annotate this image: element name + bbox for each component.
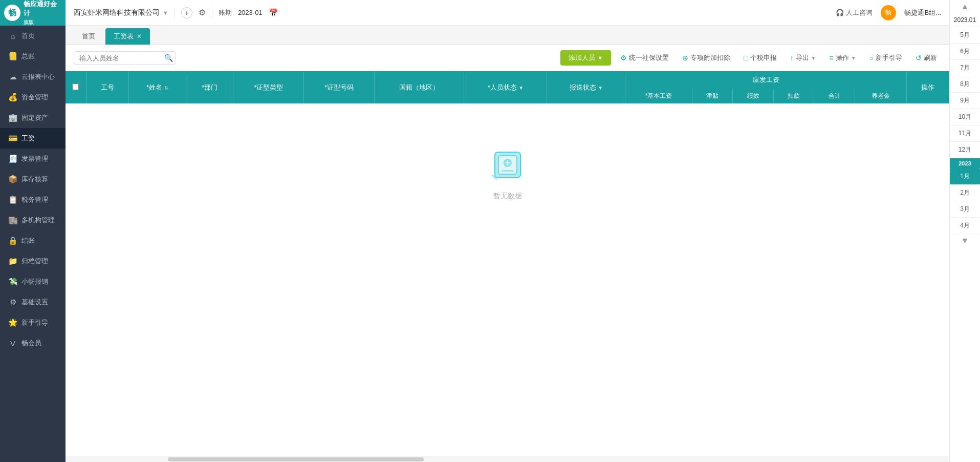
year-panel-up[interactable]: ▲ (950, 0, 980, 13)
sidebar-item-invoice[interactable]: 🧾 发票管理 (0, 149, 66, 169)
th-country-label: 国籍（地区） (399, 83, 439, 91)
sidebar-item-label: 税务管理 (21, 195, 48, 204)
company-settings-icon[interactable]: ⚙ (199, 8, 206, 17)
th-dept-label: *部门 (202, 83, 217, 91)
th-cert-no-label: *证型号码 (324, 83, 354, 91)
tax-report-action[interactable]: □ 个税申报 (739, 51, 780, 65)
empty-icon (487, 144, 528, 185)
divider-2 (212, 8, 212, 18)
period-label: 账期 (219, 8, 232, 17)
sidebar-item-label: 结账 (21, 236, 35, 245)
special-deduction-action[interactable]: ⊕ 专项附加扣除 (678, 51, 734, 65)
sidebar-item-ledger[interactable]: 📒 总账 (0, 46, 66, 67)
sidebar-item-cloud-report[interactable]: ☁ 云报表中心 (0, 67, 66, 87)
month-item-10[interactable]: 10月 (950, 109, 980, 125)
svg-rect-5 (502, 170, 514, 172)
tab-close-icon[interactable]: ✕ (137, 33, 142, 40)
divider-1 (175, 8, 175, 18)
month-item-4[interactable]: 4月 (950, 218, 980, 234)
month-item-8[interactable]: 8月 (950, 76, 980, 93)
th-pension-label: 养老金 (872, 92, 890, 99)
th-status: *人员状态 ▼ (464, 71, 547, 103)
empty-state: 暂无数据 (66, 103, 949, 242)
period-value: 2023-01 (238, 9, 263, 16)
th-name: *姓名 ⇅ (128, 71, 186, 103)
month-item-7[interactable]: 7月 (950, 60, 980, 76)
sidebar-item-home[interactable]: ⌂ 首页 (0, 26, 66, 46)
sidebar-item-label: 新手引导 (21, 318, 48, 327)
sidebar: 畅 畅应通好会计 旗版 ⌂ 首页 📒 总账 ☁ 云报表中心 💰 资金管理 🏢 固… (0, 0, 66, 462)
export-action[interactable]: ↑ 导出 ▼ (786, 51, 820, 65)
special-deduction-label: 专项附加扣除 (690, 53, 730, 62)
month-item-11[interactable]: 11月 (950, 125, 980, 142)
sidebar-item-label: 云报表中心 (21, 72, 55, 81)
report-status-filter-icon[interactable]: ▼ (598, 85, 603, 91)
sidebar-item-expense[interactable]: 💸 小畅报销 (0, 271, 66, 292)
sidebar-item-fixed-assets[interactable]: 🏢 固定资产 (0, 108, 66, 128)
guide-action[interactable]: ○ 新手引导 (865, 51, 906, 65)
topbar-right: 🎧 人工咨询 畅 畅捷通B组... (836, 5, 941, 20)
operations-action[interactable]: ≡ 操作 ▼ (825, 51, 860, 65)
month-item-9[interactable]: 9月 (950, 93, 980, 109)
invoice-icon: 🧾 (8, 154, 17, 163)
month-item-2[interactable]: 2月 (950, 185, 980, 201)
sidebar-item-inventory[interactable]: 📦 库存核算 (0, 169, 66, 190)
search-wrap: 🔍 (74, 51, 176, 65)
select-all-checkbox[interactable] (72, 83, 79, 90)
sidebar-item-fund[interactable]: 💰 资金管理 (0, 87, 66, 108)
app-edition: 旗版 (24, 19, 61, 26)
sidebar-item-label: 资金管理 (21, 93, 48, 102)
month-item-3[interactable]: 3月 (950, 201, 980, 218)
year-panel-down[interactable]: ▼ (950, 234, 980, 247)
sidebar-item-multi-org[interactable]: 🏬 多机构管理 (0, 210, 66, 230)
search-input[interactable] (79, 54, 161, 62)
th-emp-no: 工号 (86, 71, 128, 103)
logo-text: 畅应通好会计 旗版 (24, 0, 61, 26)
th-deduction: 扣款 (773, 89, 814, 103)
add-person-label: 添加人员 (569, 53, 595, 62)
help-button[interactable]: 🎧 人工咨询 (836, 8, 873, 17)
sidebar-item-salary[interactable]: 💳 工资 (0, 128, 66, 149)
toolbar-actions: 添加人员 ▼ ⚙ 统一社保设置 ⊕ 专项附加扣除 □ 个税申报 ↑ 导出 (560, 50, 941, 66)
sidebar-item-member[interactable]: V 畅会员 (0, 333, 66, 353)
name-sort-icon[interactable]: ⇅ (164, 85, 168, 91)
sidebar-item-label: 基础设置 (21, 298, 48, 307)
tab-salary[interactable]: 工资表 ✕ (105, 28, 150, 45)
sidebar-item-label: 库存核算 (21, 175, 48, 184)
tab-home-label: 首页 (82, 32, 95, 40)
topbar: 西安虾米网络科技有限公司 ▼ + ⚙ 账期 2023-01 📅 🎧 人工咨询 畅… (66, 0, 949, 26)
month-item-5[interactable]: 5月 (950, 27, 980, 44)
scrollbar-thumb (168, 457, 424, 461)
sidebar-item-closing[interactable]: 🔒 结账 (0, 230, 66, 251)
fixed-assets-icon: 🏢 (8, 113, 17, 122)
sidebar-item-basic-settings[interactable]: ⚙ 基础设置 (0, 292, 66, 312)
th-report-status: 报送状态 ▼ (547, 71, 625, 103)
operations-icon: ≡ (829, 54, 833, 62)
month-item-12[interactable]: 12月 (950, 142, 980, 158)
add-person-dropdown-icon: ▼ (597, 55, 603, 61)
month-item-6[interactable]: 6月 (950, 44, 980, 60)
company-dropdown-icon: ▼ (163, 10, 168, 16)
sidebar-item-tax[interactable]: 📋 税务管理 (0, 190, 66, 210)
add-person-button[interactable]: 添加人员 ▼ (560, 50, 611, 66)
table-scrollbar[interactable] (66, 456, 949, 462)
salary-toolbar: 🔍 添加人员 ▼ ⚙ 统一社保设置 ⊕ 专项附加扣除 □ 个税申报 (66, 45, 949, 71)
main-area: 西安虾米网络科技有限公司 ▼ + ⚙ 账期 2023-01 📅 🎧 人工咨询 畅… (66, 0, 949, 462)
th-salary-group-label: 应发工资 (753, 76, 779, 83)
help-icon: 🎧 (836, 9, 844, 16)
tax-icon: 📋 (8, 195, 17, 204)
export-label: 导出 (796, 53, 809, 62)
closing-icon: 🔒 (8, 236, 17, 245)
refresh-action[interactable]: ↺ 刷新 (911, 51, 941, 65)
month-item-1[interactable]: 1月 (950, 169, 980, 185)
year-panel-title: 2023.01 (950, 13, 980, 27)
calendar-icon[interactable]: 📅 (269, 8, 278, 17)
status-filter-icon[interactable]: ▼ (518, 85, 524, 91)
th-performance-label: 绩效 (747, 92, 759, 99)
tab-home[interactable]: 首页 (74, 28, 103, 45)
add-company-button[interactable]: + (181, 7, 192, 18)
sidebar-item-new-guide[interactable]: 🌟 新手引导 (0, 312, 66, 333)
sidebar-item-archive[interactable]: 📁 归档管理 (0, 251, 66, 271)
company-selector[interactable]: 西安虾米网络科技有限公司 ▼ (74, 8, 168, 17)
social-settings-action[interactable]: ⚙ 统一社保设置 (616, 51, 673, 65)
